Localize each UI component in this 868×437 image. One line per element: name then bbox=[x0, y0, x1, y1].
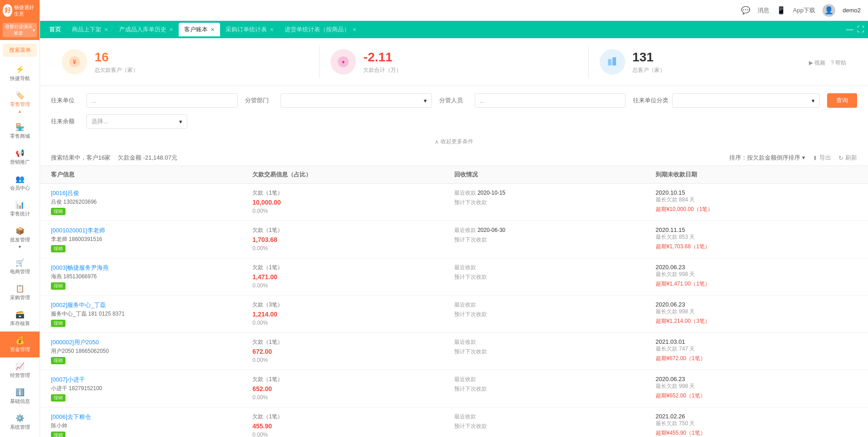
export-button[interactable]: ⬆ 导出 bbox=[813, 154, 831, 162]
customer-name-5[interactable]: [0007]小进干 bbox=[51, 376, 85, 383]
debt-count-6: 欠款（1笔） bbox=[252, 413, 454, 421]
filter-person: 分管人员 ... bbox=[439, 93, 626, 108]
tabs-bar: 首页 商品上下架 ✕ 产成品入库单历史 ✕ 客户账本 ✕ 采购订单统计表 ✕ 进… bbox=[40, 21, 868, 38]
tab-home[interactable]: 首页 bbox=[44, 23, 66, 36]
sidebar-item-members[interactable]: 👥 会员中心 bbox=[0, 170, 40, 196]
debt-count-5: 欠款（1笔） bbox=[252, 376, 454, 383]
system-icon: ⚙️ bbox=[15, 414, 25, 422]
sidebar-item-label-purchase: 采购管理 bbox=[10, 294, 30, 301]
overdue-amount-0[interactable]: 超期¥10,000.00（1笔） bbox=[656, 206, 857, 213]
retail-store-icon: 🏪 bbox=[15, 123, 25, 131]
sidebar-item-marketing[interactable]: 📢 营销推广 bbox=[0, 144, 40, 170]
search-button[interactable]: 查询 bbox=[827, 93, 857, 108]
customer-name-6[interactable]: [0006]去下粮仓 bbox=[51, 413, 91, 420]
stat-icon-debt-total: ✦ bbox=[331, 49, 356, 75]
video-tool-btn[interactable]: ▶ 视频 bbox=[809, 59, 825, 67]
tab-product-history-close[interactable]: ✕ bbox=[169, 27, 173, 33]
customer-name-1[interactable]: [0001020001]李老师 bbox=[51, 227, 105, 234]
app-download-label[interactable]: App下载 bbox=[793, 6, 815, 15]
collapse-btn[interactable]: ∧ 收起更多条件 bbox=[435, 138, 473, 146]
due-date-4: 2021.03.01 最长欠款 747 天 超期¥672.00（1笔） bbox=[656, 338, 857, 362]
avatar[interactable]: 👤 bbox=[823, 4, 835, 17]
overdue-amount-3[interactable]: 超期¥1,214.00（3笔） bbox=[656, 317, 857, 325]
sidebar-item-retail-stats[interactable]: 📊 零售统计 bbox=[0, 196, 40, 222]
retail-mgmt-icon: 🏷️ bbox=[15, 91, 25, 100]
tab-purchase-stats[interactable]: 采购订单统计表 ✕ bbox=[220, 23, 279, 36]
sort-label[interactable]: 排序：按欠款金额倒序排序 ▾ bbox=[729, 154, 805, 162]
sidebar-item-ecommerce[interactable]: 🛒 电商管理 bbox=[0, 254, 40, 280]
sidebar-item-basic-info[interactable]: ℹ️ 基础信息 bbox=[0, 383, 40, 409]
next-collect-5: 预计下次收款 bbox=[454, 385, 656, 393]
customer-name-0[interactable]: [0016]吕俊 bbox=[51, 190, 79, 196]
tabs-maximize-button[interactable]: ⛶ bbox=[857, 25, 864, 34]
filter-unit-category-select[interactable]: ▾ bbox=[672, 93, 820, 108]
customer-info-0: [0016]吕俊 吕俊 13026203696 现销 bbox=[51, 189, 252, 215]
debt-ratio-6: 0.00% bbox=[252, 432, 454, 437]
help-tool-btn[interactable]: ? 帮助 bbox=[831, 59, 846, 67]
sidebar-item-inventory[interactable]: 🗃️ 库存核算 bbox=[0, 306, 40, 332]
overdue-amount-1[interactable]: 超期¥1,703.68（1笔） bbox=[656, 243, 857, 251]
tab-inventory-stats-close[interactable]: ✕ bbox=[352, 27, 356, 33]
debt-info-2: 欠款（1笔） 1,471.00 0.00% bbox=[252, 264, 454, 289]
latest-collect-label-1: 最近收款 bbox=[454, 227, 476, 233]
tabs-minimize-button[interactable]: — bbox=[846, 25, 853, 34]
retail-stats-icon: 📊 bbox=[15, 201, 25, 209]
customer-name-3[interactable]: [0002]服务中心_丁磊 bbox=[51, 301, 106, 308]
debt-ratio-2: 0.00% bbox=[252, 282, 454, 289]
sidebar-item-batch-mgmt[interactable]: 📦 批发管理 ▼ bbox=[0, 222, 40, 254]
tab-customer-account[interactable]: 客户账本 ✕ bbox=[179, 23, 220, 36]
overdue-amount-2[interactable]: 超期¥1,471.00（1笔） bbox=[656, 280, 857, 288]
overdue-amount-5[interactable]: 超期¥652.00（1笔） bbox=[656, 392, 857, 400]
debt-info-5: 欠款（1笔） 652.00 0.00% bbox=[252, 376, 454, 401]
sidebar-item-retail-store[interactable]: 🏪 零售商城 bbox=[0, 118, 40, 144]
overdue-amount-4[interactable]: 超期¥672.00（1笔） bbox=[656, 355, 857, 362]
latest-collect-label-6: 最近收款 bbox=[454, 413, 476, 420]
due-date-2: 2020.06.23 最长欠款 998 天 超期¥1,471.00（1笔） bbox=[656, 264, 857, 288]
app-download-icon[interactable]: 📱 bbox=[777, 6, 786, 15]
stat-num-debt-customers: 16 bbox=[95, 50, 138, 65]
next-collect-0: 预计下次收款 bbox=[454, 199, 656, 206]
customer-name-4[interactable]: [000002]用户2050 bbox=[51, 339, 99, 346]
sidebar-item-finance[interactable]: 💰 资金管理 bbox=[0, 332, 40, 357]
export-icon: ⬆ bbox=[813, 155, 818, 161]
message-icon[interactable]: 💬 bbox=[741, 6, 750, 15]
customer-phone-2: 海燕 18513066976 bbox=[51, 273, 252, 281]
filter-origin-unit-value: ... bbox=[91, 97, 96, 104]
sidebar-item-retail-mgmt[interactable]: 🏷️ 零售管理 ▲ bbox=[0, 86, 40, 118]
members-icon: 👥 bbox=[15, 175, 25, 183]
customer-phone-5: 小进干 18279152100 bbox=[51, 385, 252, 392]
search-menu-button[interactable]: 搜索菜单 bbox=[3, 44, 37, 57]
result-bar-right: 排序：按欠款金额倒序排序 ▾ ⬆ 导出 ↻ 刷新 bbox=[729, 154, 857, 162]
refresh-button[interactable]: ↻ 刷新 bbox=[838, 154, 857, 162]
filter-person-label: 分管人员 bbox=[439, 96, 471, 105]
customer-phone-3: 服务中心_丁磊 181 0125 8371 bbox=[51, 310, 252, 318]
overdue-amount-6[interactable]: 超期¥455.90（1笔） bbox=[656, 429, 857, 437]
sidebar-item-purchase-mgmt[interactable]: 📋 采购管理 bbox=[0, 280, 40, 306]
sidebar-item-system[interactable]: ⚙️ 系统管理 bbox=[0, 409, 40, 435]
filter-balance-select[interactable]: 选择... ▾ bbox=[86, 114, 187, 129]
tab-customer-account-close[interactable]: ✕ bbox=[211, 27, 215, 33]
tab-purchase-stats-close[interactable]: ✕ bbox=[270, 27, 274, 33]
sidebar-item-quick-nav[interactable]: ⚡ 快捷导航 bbox=[0, 60, 40, 86]
filter-dept-select[interactable]: ▾ bbox=[281, 93, 432, 108]
sidebar-item-enterprise[interactable]: 🏢 企业协同 bbox=[0, 435, 40, 437]
overdue-days-6: 最长欠款 750 天 bbox=[656, 420, 857, 427]
table-row: [0006]去下粮仓 陈小帅 现销 欠款（1笔） 455.90 0.00% 最近… bbox=[40, 407, 868, 437]
filter-person-input[interactable]: ... bbox=[475, 93, 626, 108]
debt-ratio-3: 0.00% bbox=[252, 320, 454, 326]
due-date-6: 2021.02.26 最长欠款 750 天 超期¥455.90（1笔） bbox=[656, 413, 857, 437]
collapse-row[interactable]: ∧ 收起更多条件 bbox=[51, 135, 857, 150]
debt-ratio-5: 0.00% bbox=[252, 394, 454, 401]
filter-origin-unit-input[interactable]: ... bbox=[86, 93, 238, 108]
message-label[interactable]: 消息 bbox=[758, 6, 769, 15]
customer-name-2[interactable]: [0003]畅捷服务尹海燕 bbox=[51, 264, 109, 271]
sidebar-item-label-basic: 基础信息 bbox=[10, 398, 30, 405]
tab-product-status[interactable]: 商品上下架 ✕ bbox=[66, 23, 114, 36]
sidebar-item-operations[interactable]: 📈 经营管理 bbox=[0, 357, 40, 383]
customer-tag-4: 现销 bbox=[51, 357, 65, 364]
tab-inventory-stats[interactable]: 进货单统计表（按商品） ✕ bbox=[279, 23, 362, 36]
tab-product-status-close[interactable]: ✕ bbox=[104, 27, 108, 33]
tab-customer-account-label: 客户账本 bbox=[184, 25, 208, 34]
tab-product-history[interactable]: 产成品入库单历史 ✕ bbox=[114, 23, 179, 36]
search-result-text: 搜索结果中，客户16家 bbox=[51, 154, 110, 161]
